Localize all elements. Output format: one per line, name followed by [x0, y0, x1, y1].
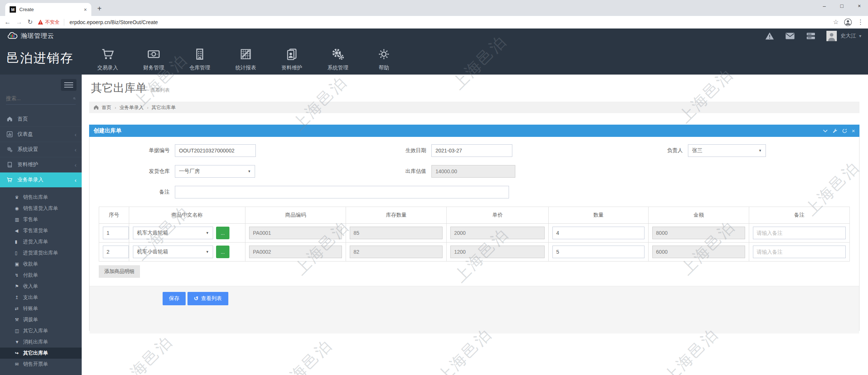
- sidebar-menu: 首页 仪表盘 ‹ 系统设置 ‹ 资料维护 ‹ 业务单录入 ‹: [0, 111, 82, 372]
- browser-menu-icon[interactable]: ⋮: [857, 19, 864, 25]
- messages-icon[interactable]: [785, 32, 795, 40]
- security-badge[interactable]: 不安全: [38, 19, 64, 26]
- doc-no-input[interactable]: [175, 144, 256, 157]
- back-icon[interactable]: ←: [4, 19, 11, 25]
- submenu-item-other-inbound[interactable]: ◫其它入库单: [0, 325, 82, 336]
- breadcrumb-item[interactable]: 首页: [102, 104, 111, 111]
- chart-icon: [239, 47, 253, 61]
- app-brand-name: 瀚琚管理云: [21, 32, 54, 40]
- sidebar-item-master-data[interactable]: 资料维护 ‹: [0, 157, 82, 172]
- page-title-row: 其它出库单 查看列表: [91, 80, 868, 96]
- view-list-button[interactable]: ↺ 查看列表: [187, 292, 228, 305]
- search-icon[interactable]: [73, 96, 76, 101]
- favicon: M: [10, 6, 16, 13]
- submenu-item-purchase-inbound[interactable]: ▮进货入库单: [0, 236, 82, 247]
- sidebar-item-business-entry[interactable]: 业务单录入 ‹: [0, 172, 82, 187]
- line-remark-input[interactable]: [753, 227, 846, 239]
- submenu-item-consumption-outbound[interactable]: ▼消耗出库单: [0, 336, 82, 348]
- submenu-item-allocation[interactable]: ⚒调拨单: [0, 314, 82, 325]
- user-name[interactable]: 史大江: [841, 33, 856, 39]
- breadcrumb-home-icon[interactable]: [94, 105, 99, 110]
- submenu-icon: ⚑: [15, 284, 23, 289]
- bookmark-star-icon[interactable]: ☆: [833, 19, 839, 25]
- nav-item-help[interactable]: 帮助: [361, 43, 407, 75]
- nav-item-warehouse[interactable]: 仓库管理: [177, 43, 223, 75]
- window-close-button[interactable]: ×: [851, 0, 868, 12]
- col-product-code: 商品编码: [245, 207, 346, 224]
- product-select[interactable]: 机车大齿轮箱 ▼: [133, 227, 213, 239]
- browser-tab[interactable]: M Create ×: [5, 3, 91, 16]
- sidebar-item-home[interactable]: 首页: [0, 111, 82, 126]
- window-minimize-button[interactable]: –: [816, 0, 833, 12]
- seq-input[interactable]: [103, 246, 129, 258]
- effective-date-input[interactable]: [431, 144, 512, 157]
- panel-config-wrench-icon[interactable]: [832, 128, 838, 134]
- submenu-item-label: 进货入库单: [23, 239, 48, 245]
- app-logo[interactable]: 瀚琚管理云: [7, 31, 54, 41]
- seq-input[interactable]: [103, 227, 129, 239]
- nav-item-master-data[interactable]: 资料维护: [269, 43, 315, 75]
- amount-input: [652, 227, 745, 239]
- doc-no-label: 单据编号: [89, 147, 175, 154]
- sidebar-item-dashboard[interactable]: 仪表盘 ‹: [0, 126, 82, 142]
- panel-refresh-icon[interactable]: [842, 128, 847, 134]
- id-card-icon: [285, 47, 299, 61]
- security-label: 不安全: [45, 19, 59, 26]
- user-avatar[interactable]: [826, 31, 837, 41]
- sidebar-toggle-icon[interactable]: [61, 79, 76, 91]
- effective-date-group: 生效日期: [346, 144, 603, 157]
- product-select[interactable]: 机车小齿轮箱 ▼: [133, 246, 213, 258]
- save-button[interactable]: 保存: [163, 292, 186, 305]
- col-qty: 数量: [549, 207, 649, 224]
- undo-icon: ↺: [194, 295, 199, 302]
- line-remark-input[interactable]: [753, 246, 846, 258]
- submenu-item-transfer[interactable]: ⇄转账单: [0, 303, 82, 314]
- submenu-item-retail-return[interactable]: ◀零售退货单: [0, 225, 82, 236]
- dashboard-icon: [7, 131, 13, 137]
- alerts-icon[interactable]: [765, 32, 774, 40]
- submenu-item-payment[interactable]: ↯付款单: [0, 270, 82, 281]
- sidebar-item-settings[interactable]: 系统设置 ‹: [0, 142, 82, 157]
- url-text[interactable]: erpdoc.epoerp.cn/Biz/StoreOut/Create: [69, 19, 828, 25]
- page-subtitle-link[interactable]: 查看列表: [150, 87, 170, 93]
- search-input[interactable]: [6, 95, 73, 101]
- warehouse-select[interactable]: 一号厂房 ▼: [175, 165, 255, 178]
- nav-item-finance[interactable]: 财务管理: [131, 43, 177, 75]
- submenu-item-sales-return-inbound[interactable]: ◉销售退货入库单: [0, 203, 82, 214]
- submenu-item-receipt[interactable]: ▣收款单: [0, 259, 82, 270]
- profile-icon[interactable]: [844, 18, 852, 26]
- nav-item-system[interactable]: 系统管理: [315, 43, 361, 75]
- add-line-item-button[interactable]: 添加商品明细: [99, 265, 140, 278]
- nav-item-reports[interactable]: 统计报表: [223, 43, 269, 75]
- submenu-item-purchase-return-outbound[interactable]: ▯进货退货出库单: [0, 247, 82, 259]
- tab-close-icon[interactable]: ×: [84, 7, 87, 13]
- product-picker-button[interactable]: ...: [216, 227, 229, 239]
- owner-select[interactable]: 张三 ▼: [688, 144, 766, 157]
- submenu-icon: ⇄: [15, 306, 23, 311]
- remark-label: 备注: [89, 189, 175, 195]
- window-maximize-button[interactable]: □: [833, 0, 851, 12]
- remark-input[interactable]: [175, 186, 509, 198]
- owner-select-value: 张三: [692, 147, 756, 154]
- user-dropdown-icon[interactable]: ▾: [859, 33, 861, 39]
- tasks-icon[interactable]: [806, 32, 816, 40]
- new-tab-button[interactable]: +: [97, 4, 102, 13]
- app-root: M Create × + – □ × ← → ↻ 不安全 erpdoc.epoe…: [0, 0, 868, 375]
- panel-collapse-icon[interactable]: [823, 129, 828, 133]
- submenu-item-income[interactable]: ⚑收入单: [0, 281, 82, 292]
- sidebar-item-label: 系统设置: [17, 146, 38, 153]
- submenu-item-expense[interactable]: ↥支出单: [0, 292, 82, 303]
- product-picker-button[interactable]: ...: [216, 246, 229, 258]
- submenu-item-retail[interactable]: ▥零售单: [0, 214, 82, 225]
- panel-close-icon[interactable]: ×: [852, 128, 855, 134]
- submenu-item-other-outbound[interactable]: ↪其它出库单: [0, 348, 82, 359]
- qty-input[interactable]: [552, 227, 645, 239]
- forward-icon[interactable]: →: [16, 19, 22, 25]
- nav-item-transactions[interactable]: 交易录入: [85, 43, 131, 75]
- reload-icon[interactable]: ↻: [27, 19, 33, 25]
- qty-input[interactable]: [552, 246, 645, 258]
- submenu-item-sales-invoice[interactable]: ✉销售开票单: [0, 359, 82, 370]
- breadcrumb-item-current[interactable]: 其它出库单: [151, 104, 176, 111]
- breadcrumb-item[interactable]: 业务单录入: [120, 104, 144, 111]
- submenu-item-sales-outbound[interactable]: ♛销售出库单: [0, 192, 82, 203]
